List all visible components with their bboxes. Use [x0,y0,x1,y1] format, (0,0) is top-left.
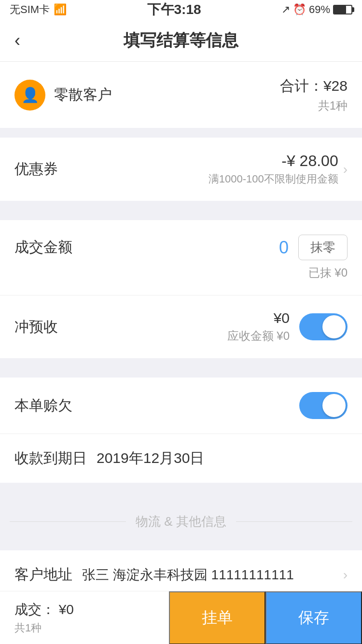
debt-toggle[interactable] [299,392,348,419]
content: 👤 零散客户 合计：¥28 共1种 优惠券 -¥ 28.00 满1000-100… [0,62,362,644]
avatar: 👤 [14,80,45,111]
coupon-row[interactable]: 优惠券 -¥ 28.00 满1000-100不限制使用金额 › [0,138,362,201]
amount-value: 0 [279,238,289,258]
address-value: 张三 海淀永丰科技园 11111111111 [82,566,343,584]
customer-card: 👤 零散客户 合计：¥28 共1种 [0,62,362,128]
customer-row: 👤 零散客户 合计：¥28 共1种 [0,62,362,128]
round-zero-button[interactable]: 抹零 [298,235,348,260]
duedate-label: 收款到期日 [14,448,87,468]
coupon-desc: 满1000-100不限制使用金额 [209,172,338,186]
battery-label: 69% [309,3,330,16]
duedate-value: 2019年12月30日 [97,448,204,468]
prereceive-value-block: ¥0 应收金额 ¥0 [227,310,290,344]
bottom-deal-label: 成交： [14,602,55,617]
prereceive-section: 冲预收 ¥0 应收金额 ¥0 [0,295,362,358]
bottom-deal: 成交： ¥0 [14,601,154,619]
coupon-chevron-icon: › [343,162,348,177]
debt-toggle-knob [322,394,346,417]
prereceive-sub: 应收金额 ¥0 [227,328,290,344]
customer-name: 零散客户 [54,85,112,105]
address-label: 客户地址 [14,565,72,585]
bottom-deal-value: ¥0 [59,602,74,617]
gray-divider-3 [0,492,362,502]
location-icon: ↗ [281,3,290,16]
bottom-buttons: 挂单 保存 [169,591,362,644]
coupon-amount: -¥ 28.00 [209,152,338,170]
logistics-divider: 物流 & 其他信息 [0,502,362,541]
page-title: 填写结算等信息 [124,29,238,52]
duedate-section: 收款到期日 2019年12月30日 [0,434,362,483]
prereceive-toggle[interactable] [299,313,348,340]
gray-divider-1 [0,210,362,220]
coupon-value-block: -¥ 28.00 满1000-100不限制使用金额 [209,152,338,186]
time-label: 下午3:18 [147,0,201,19]
coupon-label: 优惠券 [14,159,58,179]
debt-label: 本单赊欠 [14,396,72,416]
logistics-label: 物流 & 其他信息 [136,513,226,530]
alarm-icon: ⏰ [293,3,306,16]
transaction-card: 成交金额 0 抹零 已抹 ¥0 冲预收 ¥0 应收金额 ¥0 [0,220,362,358]
bottom-bar: 成交： ¥0 共1种 挂单 保存 [0,591,362,644]
wifi-icon: 📶 [54,3,67,16]
amount-right: 0 抹零 [279,235,348,260]
address-chevron-icon: › [343,567,348,583]
total-count: 共1种 [280,98,348,113]
hang-single-button[interactable]: 挂单 [169,591,265,644]
carrier-label: 无SIM卡 [10,2,50,17]
prereceive-amount: ¥0 [227,310,290,326]
prereceive-label: 冲预收 [14,317,58,337]
status-left: 无SIM卡 📶 [10,2,67,17]
avatar-icon: 👤 [21,86,39,103]
toggle-knob [322,315,346,338]
logistics-line-right [236,521,352,522]
amount-label: 成交金额 [14,238,72,257]
debt-row: 本单赊欠 [14,392,348,419]
battery-icon [333,5,352,14]
amount-sub: 已抹 ¥0 [14,265,348,280]
debt-card: 本单赊欠 收款到期日 2019年12月30日 [0,378,362,483]
prereceive-row: 冲预收 ¥0 应收金额 ¥0 [14,310,348,344]
save-button[interactable]: 保存 [265,591,362,644]
total-amount: 合计：¥28 [280,76,348,96]
coupon-card[interactable]: 优惠券 -¥ 28.00 满1000-100不限制使用金额 › [0,138,362,201]
customer-left: 👤 零散客户 [14,80,112,111]
amount-section: 成交金额 0 抹零 已抹 ¥0 [0,220,362,295]
debt-section: 本单赊欠 [0,378,362,434]
coupon-right: -¥ 28.00 满1000-100不限制使用金额 › [209,152,348,186]
nav-bar: ‹ 填写结算等信息 [0,19,362,62]
duedate-row: 收款到期日 2019年12月30日 [14,448,348,468]
gray-divider-4 [0,541,362,550]
prereceive-right: ¥0 应收金额 ¥0 [227,310,348,344]
logistics-line-left [10,521,126,522]
status-right: ↗ ⏰ 69% [281,3,352,16]
customer-right: 合计：¥28 共1种 [280,76,348,113]
amount-row: 成交金额 0 抹零 [14,235,348,260]
status-bar: 无SIM卡 📶 下午3:18 ↗ ⏰ 69% [0,0,362,19]
bottom-count: 共1种 [14,621,154,635]
gray-divider-2 [0,368,362,378]
back-button[interactable]: ‹ [14,30,20,51]
bottom-info: 成交： ¥0 共1种 [0,601,169,635]
